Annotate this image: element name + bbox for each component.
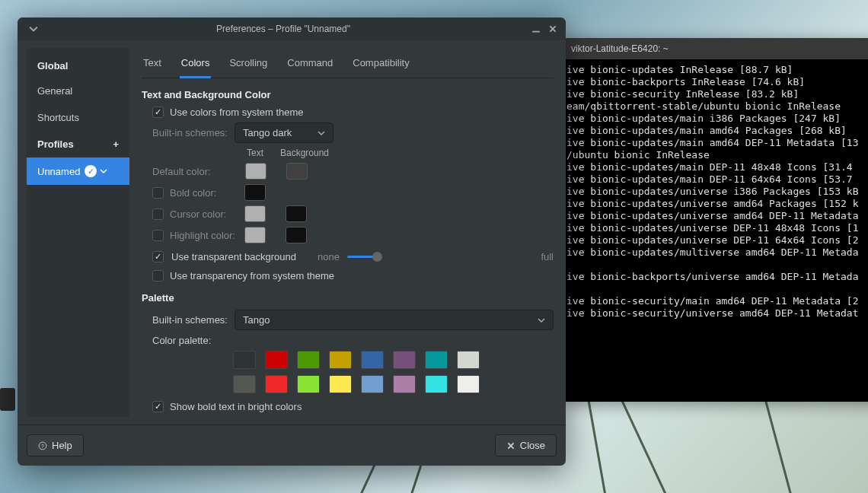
use-transparency-system-checkbox[interactable] bbox=[152, 270, 164, 281]
tab-text[interactable]: Text bbox=[142, 52, 163, 78]
show-bold-bright-checkbox[interactable] bbox=[152, 401, 164, 412]
default-bg-swatch[interactable] bbox=[286, 163, 308, 180]
help-button[interactable]: ? Help bbox=[27, 434, 84, 456]
taskbar-fragment bbox=[0, 388, 15, 411]
cursor-color-label: Cursor color: bbox=[170, 208, 238, 220]
chevron-down-icon[interactable] bbox=[100, 166, 107, 177]
chevron-down-icon[interactable] bbox=[27, 22, 40, 36]
use-system-colors-checkbox[interactable] bbox=[152, 107, 164, 118]
transparency-slider[interactable] bbox=[347, 256, 378, 258]
check-icon: ✓ bbox=[85, 165, 97, 177]
use-transparency-system-label: Use transparency from system theme bbox=[170, 270, 334, 281]
color-palette-label: Color palette: bbox=[152, 335, 228, 346]
section-text-bg-title: Text and Background Color bbox=[142, 89, 554, 100]
sidebar-heading-profiles: Profiles + bbox=[27, 131, 129, 157]
color-column-headers: Text Background bbox=[142, 148, 554, 158]
palette-swatch-0[interactable] bbox=[233, 351, 256, 369]
palette-swatch-12[interactable] bbox=[361, 375, 384, 393]
palette-schemes-select[interactable]: Tango bbox=[235, 310, 554, 330]
minimize-icon[interactable] bbox=[529, 22, 543, 36]
default-color-label: Default color: bbox=[152, 166, 228, 177]
main-panel: Text Colors Scrolling Command Compatibil… bbox=[139, 48, 557, 417]
sidebar-item-unnamed-profile[interactable]: Unnamed ✓ bbox=[27, 157, 129, 185]
palette-swatch-8[interactable] bbox=[233, 375, 256, 393]
palette-swatch-5[interactable] bbox=[393, 351, 416, 369]
palette-swatch-13[interactable] bbox=[393, 375, 416, 393]
highlight-color-checkbox[interactable] bbox=[152, 230, 164, 241]
palette-swatch-15[interactable] bbox=[457, 375, 480, 393]
terminal-body[interactable]: ive bionic-updates InRelease [88.7 kB] i… bbox=[563, 59, 868, 402]
dialog-title: Preferences – Profile "Unnamed" bbox=[216, 24, 350, 34]
tab-colors[interactable]: Colors bbox=[180, 52, 212, 78]
bold-color-checkbox[interactable] bbox=[152, 187, 164, 199]
default-text-swatch[interactable] bbox=[245, 163, 266, 180]
highlight-color-label: Highlight color: bbox=[170, 230, 238, 241]
dialog-footer: ? Help Close bbox=[18, 425, 566, 466]
tab-scrolling[interactable]: Scrolling bbox=[228, 52, 269, 78]
transparency-full-label: full bbox=[541, 251, 554, 262]
close-icon[interactable] bbox=[546, 22, 560, 36]
close-button[interactable]: Close bbox=[495, 434, 557, 456]
palette-swatch-6[interactable] bbox=[425, 351, 448, 369]
dialog-titlebar[interactable]: Preferences – Profile "Unnamed" bbox=[18, 17, 566, 40]
use-transparent-bg-checkbox[interactable] bbox=[152, 251, 164, 262]
palette-swatch-11[interactable] bbox=[329, 375, 352, 393]
cursor-color-checkbox[interactable] bbox=[152, 208, 164, 220]
sidebar-heading-global: Global bbox=[27, 52, 129, 78]
preferences-dialog: Preferences – Profile "Unnamed" Global G… bbox=[18, 17, 566, 466]
palette-swatch-2[interactable] bbox=[297, 351, 320, 369]
tab-command[interactable]: Command bbox=[286, 52, 334, 78]
palette-builtin-schemes-label: Built-in schemes: bbox=[152, 314, 228, 326]
terminal-window: viktor-Latitude-E6420: ~ ive bionic-upda… bbox=[563, 38, 868, 402]
palette-swatch-9[interactable] bbox=[265, 375, 288, 393]
show-bold-bright-label: Show bold text in bright colors bbox=[170, 401, 302, 412]
sidebar-item-shortcuts[interactable]: Shortcuts bbox=[27, 104, 129, 131]
palette-swatch-10[interactable] bbox=[297, 375, 320, 393]
sidebar: Global General Shortcuts Profiles + Unna… bbox=[27, 48, 129, 417]
cursor-bg-swatch[interactable] bbox=[286, 205, 307, 222]
terminal-title: viktor-Latitude-E6420: ~ bbox=[571, 43, 669, 54]
builtin-schemes-select[interactable]: Tango dark bbox=[235, 122, 333, 143]
palette-swatch-4[interactable] bbox=[361, 351, 384, 369]
highlight-bg-swatch[interactable] bbox=[286, 227, 307, 243]
palette-swatch-3[interactable] bbox=[329, 351, 352, 369]
use-transparent-bg-label: Use transparent background bbox=[171, 251, 296, 262]
palette-swatch-7[interactable] bbox=[457, 351, 480, 369]
tab-compatibility[interactable]: Compatibility bbox=[351, 52, 410, 78]
section-palette-title: Palette bbox=[142, 292, 554, 304]
add-profile-icon[interactable]: + bbox=[113, 138, 119, 150]
bold-color-label: Bold color: bbox=[170, 187, 238, 199]
palette-swatch-1[interactable] bbox=[265, 351, 288, 369]
builtin-schemes-label: Built-in schemes: bbox=[152, 127, 228, 138]
palette-grid bbox=[142, 351, 554, 393]
highlight-text-swatch[interactable] bbox=[244, 227, 266, 243]
palette-swatch-14[interactable] bbox=[425, 375, 448, 393]
svg-text:?: ? bbox=[41, 444, 44, 449]
cursor-text-swatch[interactable] bbox=[244, 205, 266, 222]
bold-text-swatch[interactable] bbox=[244, 184, 266, 201]
use-system-colors-label: Use colors from system theme bbox=[170, 107, 304, 118]
sidebar-item-general[interactable]: General bbox=[27, 78, 129, 104]
transparency-none-label: none bbox=[318, 251, 340, 262]
tabs: Text Colors Scrolling Command Compatibil… bbox=[142, 52, 554, 78]
terminal-titlebar[interactable]: viktor-Latitude-E6420: ~ bbox=[563, 38, 868, 59]
